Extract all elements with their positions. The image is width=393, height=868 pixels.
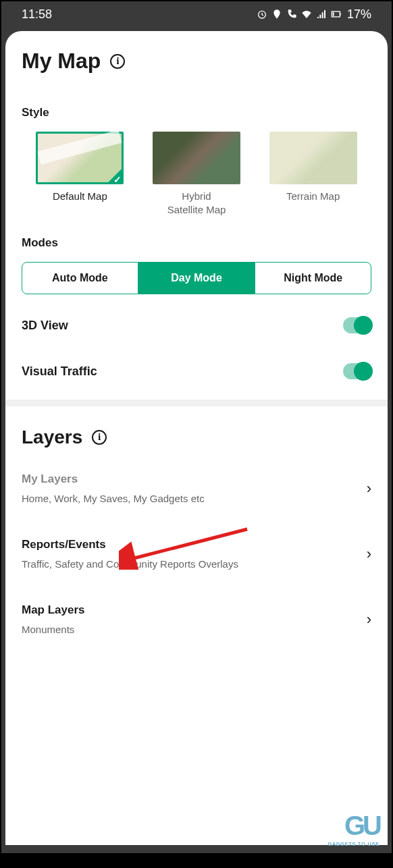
layer-sub-maplayers: Monuments xyxy=(22,624,371,635)
toggle-3d-row: 3D View xyxy=(5,317,388,333)
mode-day[interactable]: Day Mode xyxy=(138,262,255,294)
battery-percentage: 17% xyxy=(347,7,371,22)
layer-item-maplayers[interactable]: Map Layers Monuments › xyxy=(5,603,388,635)
location-icon xyxy=(271,9,282,20)
style-label: Style xyxy=(5,106,388,119)
info-icon[interactable]: i xyxy=(110,54,125,69)
layer-item-mylayers[interactable]: My Layers Home, Work, My Saves, My Gadge… xyxy=(5,472,388,504)
svg-rect-3 xyxy=(333,12,334,16)
chevron-right-icon: › xyxy=(367,480,371,497)
style-option-hybrid[interactable]: HybridSatellite Map xyxy=(153,132,240,216)
status-time: 11:58 xyxy=(22,7,52,22)
bottom-nav-bar xyxy=(0,853,393,868)
checkmark-icon xyxy=(107,167,123,184)
svg-rect-2 xyxy=(340,13,340,16)
info-icon-layers[interactable]: i xyxy=(92,430,107,445)
status-bar: 11:58 17% xyxy=(0,0,393,28)
style-label-default: Default Map xyxy=(53,190,107,203)
layer-title-maplayers: Map Layers xyxy=(22,603,371,617)
modes-label: Modes xyxy=(5,236,388,250)
toggle-3d-label: 3D View xyxy=(22,319,68,333)
page-title: My Map xyxy=(22,49,101,74)
watermark-sub: GADGETS TO USE xyxy=(328,842,380,846)
status-icons xyxy=(257,9,342,20)
layer-title-mylayers: My Layers xyxy=(22,472,371,486)
layers-title: Layers xyxy=(22,427,82,448)
modes-row: Auto Mode Day Mode Night Mode xyxy=(5,262,388,294)
signal-icon xyxy=(316,9,327,20)
style-label-hybrid: HybridSatellite Map xyxy=(167,190,226,216)
chevron-right-icon: › xyxy=(367,545,371,563)
style-option-default[interactable]: Default Map xyxy=(36,132,124,216)
alarm-icon xyxy=(257,9,267,20)
style-option-terrain[interactable]: Terrain Map xyxy=(269,132,357,216)
status-right: 17% xyxy=(257,7,371,22)
phone-icon xyxy=(286,9,297,20)
layers-title-row: Layers i xyxy=(5,427,388,448)
toggle-traffic-label: Visual Traffic xyxy=(22,364,97,379)
page-title-row: My Map i xyxy=(5,49,388,74)
section-divider xyxy=(5,400,388,406)
style-thumb-terrain xyxy=(269,132,357,184)
layer-item-reports[interactable]: Reports/Events Traffic, Safety and Commu… xyxy=(5,538,388,570)
style-label-terrain: Terrain Map xyxy=(286,190,340,203)
style-options: Default Map HybridSatellite Map Terrain … xyxy=(5,132,388,216)
layer-sub-reports: Traffic, Safety and Community Reports Ov… xyxy=(22,558,371,570)
mode-night[interactable]: Night Mode xyxy=(255,262,371,294)
style-thumb-default xyxy=(36,132,124,184)
layer-sub-mylayers: Home, Work, My Saves, My Gadgets etc xyxy=(22,493,371,504)
wifi-icon xyxy=(301,9,312,20)
toggle-traffic-row: Visual Traffic xyxy=(5,363,388,379)
chevron-right-icon: › xyxy=(367,611,371,628)
toggle-traffic[interactable] xyxy=(343,363,371,379)
battery-icon xyxy=(331,9,342,20)
style-thumb-hybrid xyxy=(153,132,240,184)
toggle-3d[interactable] xyxy=(343,317,371,333)
mode-auto[interactable]: Auto Mode xyxy=(22,262,138,294)
watermark-logo: GU xyxy=(344,811,379,841)
layer-title-reports: Reports/Events xyxy=(22,538,371,551)
main-content: My Map i Style Default Map HybridSatelli… xyxy=(5,31,388,845)
